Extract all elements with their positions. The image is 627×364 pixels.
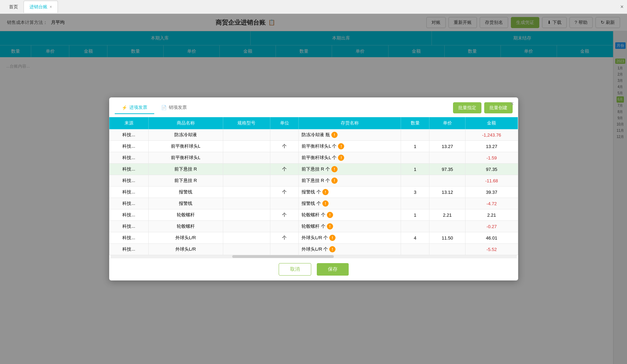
modal-header-actions: 批量指定 批量创建	[453, 102, 513, 113]
col-inventory-name: 存货名称	[299, 117, 401, 129]
cell-source: 科技...	[109, 152, 148, 164]
tab-bar: 首页 进销台账 × ×	[0, 0, 627, 14]
cell-amount: 13.27	[465, 141, 518, 152]
cell-product-name: 报警线	[148, 198, 223, 209]
cell-source: 科技...	[109, 198, 148, 209]
cell-unit-price: 97.35	[429, 164, 465, 175]
col-spec: 规格型号	[223, 117, 270, 129]
modal-tabs: ⚡ 进项发票 📄 销项发票	[115, 102, 194, 114]
cell-inventory-name: 前下悬挂 R 个!	[299, 175, 401, 187]
cell-product-name: 防冻冷却液	[148, 129, 223, 141]
cell-unit: 个	[270, 164, 299, 175]
cell-unit-price	[429, 244, 465, 255]
table-row: 科技...前下悬挂 R前下悬挂 R 个!-11.68	[109, 175, 518, 187]
col-unit-price: 单价	[429, 117, 465, 129]
tab-close-icon[interactable]: ×	[50, 5, 52, 9]
cell-product-name: 前平衡杆球头L	[148, 141, 223, 152]
window-close-icon[interactable]: ×	[620, 4, 624, 10]
table-row: 科技...外球头L/R外球头L/R 个!-5.52	[109, 244, 518, 255]
tab-home[interactable]: 首页	[3, 1, 24, 13]
modal-header: ⚡ 进项发票 📄 销项发票 批量指定 批量创建	[109, 97, 518, 114]
batch-create-button[interactable]: 批量创建	[484, 102, 513, 113]
cell-inventory-name: 前下悬挂 R 个!	[299, 164, 401, 175]
cell-source: 科技...	[109, 164, 148, 175]
cell-source: 科技...	[109, 232, 148, 244]
tab-active[interactable]: 进销台账 ×	[24, 1, 58, 13]
save-button[interactable]: 保存	[317, 263, 349, 276]
batch-assign-button[interactable]: 批量指定	[453, 102, 481, 113]
outbound-tab-icon: 📄	[161, 105, 167, 110]
cell-unit	[270, 198, 299, 209]
cell-spec	[223, 164, 270, 175]
cell-amount: -1.59	[465, 152, 518, 164]
cell-unit-price	[429, 198, 465, 209]
invoice-table: 来源 商品名称 规格型号 单位 存货名称 数量 单价 金额 科技...防冻冷却液…	[109, 117, 518, 255]
cell-qty	[401, 221, 429, 232]
table-row: 科技...前平衡杆球头L前平衡杆球头L 个!-1.59	[109, 152, 518, 164]
cell-product-name: 轮毂螺杆	[148, 209, 223, 221]
cell-amount: -1,243.76	[465, 129, 518, 141]
cell-unit: 个	[270, 209, 299, 221]
cell-qty	[401, 129, 429, 141]
table-row: 科技...前平衡杆球头L个前平衡杆球头L 个!113.2713.27	[109, 141, 518, 152]
cell-unit	[270, 244, 299, 255]
cell-inventory-name: 轮毂螺杆 个!	[299, 209, 401, 221]
cell-unit	[270, 152, 299, 164]
cell-amount: 39.37	[465, 187, 518, 198]
cell-amount: 46.01	[465, 232, 518, 244]
cell-unit: 个	[270, 187, 299, 198]
cell-product-name: 报警线	[148, 187, 223, 198]
warning-icon: !	[329, 235, 336, 241]
cell-amount: 2.21	[465, 209, 518, 221]
cell-spec	[223, 129, 270, 141]
cell-inventory-name: 前平衡杆球头L 个!	[299, 152, 401, 164]
cell-unit-price	[429, 221, 465, 232]
cell-product-name: 外球头L/R	[148, 232, 223, 244]
table-row: 科技...报警线个报警线 个!313.1239.37	[109, 187, 518, 198]
cell-product-name: 前平衡杆球头L	[148, 152, 223, 164]
cell-inventory-name: 报警线 个!	[299, 198, 401, 209]
horizontal-scrollbar[interactable]	[111, 255, 517, 258]
cell-spec	[223, 209, 270, 221]
modal-table-wrap: 来源 商品名称 规格型号 单位 存货名称 数量 单价 金额 科技...防冻冷却液…	[109, 117, 518, 255]
cell-spec	[223, 187, 270, 198]
cell-inventory-name: 外球头L/R 个!	[299, 232, 401, 244]
modal-dialog: × ⚡ 进项发票 📄 销项发票 批量指定 批量创建	[109, 97, 518, 280]
warning-icon: !	[327, 212, 333, 218]
cell-source: 科技...	[109, 221, 148, 232]
tab-outbound-invoice[interactable]: 📄 销项发票	[154, 102, 194, 114]
table-row: 科技...防冻冷却液防冻冷却液 瓶!-1,243.76	[109, 129, 518, 141]
modal-close-icon[interactable]: ×	[510, 100, 514, 107]
table-row: 科技...轮毂螺杆个轮毂螺杆 个!12.212.21	[109, 209, 518, 221]
inbound-tab-label: 进项发票	[129, 104, 147, 111]
cell-spec	[223, 221, 270, 232]
cell-source: 科技...	[109, 244, 148, 255]
modal-footer: 取消 保存	[109, 258, 518, 280]
cell-qty	[401, 175, 429, 187]
tab-active-label: 进销台账	[29, 4, 47, 10]
table-row: 科技...前下悬挂 R个前下悬挂 R 个!197.3597.35	[109, 164, 518, 175]
table-header-row: 来源 商品名称 规格型号 单位 存货名称 数量 单价 金额	[109, 117, 518, 129]
cell-product-name: 轮毂螺杆	[148, 221, 223, 232]
cell-unit	[270, 221, 299, 232]
warning-icon: !	[338, 143, 344, 149]
cell-qty: 1	[401, 209, 429, 221]
col-amount: 金额	[465, 117, 518, 129]
cell-spec	[223, 141, 270, 152]
cell-qty: 1	[401, 141, 429, 152]
tab-inbound-invoice[interactable]: ⚡ 进项发票	[115, 102, 154, 114]
cell-spec	[223, 175, 270, 187]
modal-overlay: × ⚡ 进项发票 📄 销项发票 批量指定 批量创建	[0, 14, 627, 364]
cell-product-name: 前下悬挂 R	[148, 175, 223, 187]
warning-icon: !	[322, 189, 329, 195]
cell-product-name: 前下悬挂 R	[148, 164, 223, 175]
cell-source: 科技...	[109, 187, 148, 198]
cell-spec	[223, 198, 270, 209]
cell-amount: -11.68	[465, 175, 518, 187]
warning-icon: !	[338, 155, 344, 161]
cell-source: 科技...	[109, 141, 148, 152]
cell-qty: 4	[401, 232, 429, 244]
cancel-button[interactable]: 取消	[279, 263, 311, 276]
table-row: 科技...轮毂螺杆轮毂螺杆 个!-0.27	[109, 221, 518, 232]
cell-unit	[270, 175, 299, 187]
